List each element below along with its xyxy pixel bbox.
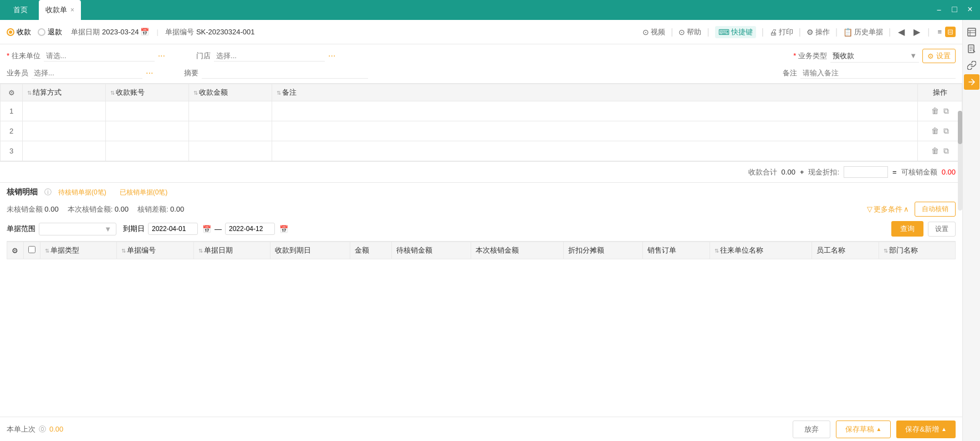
col-amount-header: 收款金额 [199,88,228,98]
video-btn[interactable]: ⊙ 视频 [642,27,665,37]
table-settings-icon[interactable]: ⚙ [8,89,15,97]
counterparty-more-icon[interactable]: ··· [158,51,165,61]
tab-bar: 首页 收款单 × － □ × [0,0,980,20]
tab-home[interactable]: 首页 [4,0,37,20]
row-account-1[interactable] [106,101,189,121]
window-controls: － □ × [933,4,976,16]
row-copy-3-icon[interactable]: ⧉ [943,146,949,156]
row-amount-1[interactable] [189,101,272,121]
sidebar-document-icon[interactable] [964,41,979,57]
row-delete-2-icon[interactable]: 🗑 [931,126,939,136]
sidebar-expand-icon[interactable] [964,74,979,90]
table-row: 3 🗑 ⧉ [1,141,962,161]
hx-info-icon[interactable]: ⓘ [44,187,52,197]
maximize-button[interactable]: □ [949,4,960,16]
date-value[interactable]: 2023-03-24 [102,28,139,36]
row-settlement-2[interactable] [23,121,106,141]
footer-right: 放弃 保存草稿 ▲ 保存&新增 ▲ [793,421,956,438]
toolbar: 收款 退款 单据日期 2023-03-24 📅 | 单据编号 SK-202303… [0,20,962,44]
verifiable-value: 0.00 [942,168,956,176]
tab-active[interactable]: 收款单 × [39,0,81,20]
row-amount-3[interactable] [189,141,272,161]
business-type-select[interactable]: 预收款 ▼ [830,50,919,63]
hx-header: 核销明细 ⓘ 待核销单据(0笔) 已核销单据(0笔) [7,187,956,197]
calendar-from-icon[interactable]: 📅 [202,225,211,233]
operation-btn[interactable]: ⚙ 操作 [807,27,830,37]
current-up-value: 0.00 [49,425,63,433]
nav-next-btn[interactable]: ▶ [912,27,922,37]
table-settings-2-icon[interactable]: ⚙ [12,247,18,255]
chevron-up-icon: ∧ [904,205,909,213]
receipt-type-group: 收款 退款 [7,27,62,37]
row-settlement-1[interactable] [23,101,106,121]
layout-grid-btn[interactable]: ⊟ [945,27,956,37]
row-settlement-3[interactable] [23,141,106,161]
calendar-to-icon[interactable]: 📅 [279,225,288,233]
layout-list-btn[interactable]: ≡ [935,27,944,37]
sidebar-table-icon[interactable] [964,24,979,40]
staff-input[interactable] [32,68,142,79]
row-copy-2-icon[interactable]: ⧉ [943,126,949,136]
counterparty-input[interactable] [44,50,155,61]
col-due-date-header: 收款到期日 [270,242,350,259]
row-account-3[interactable] [106,141,189,161]
scrollbar-track[interactable] [958,111,962,211]
minimize-button[interactable]: － [933,4,945,16]
nav-prev-btn[interactable]: ◀ [896,27,906,37]
tab-active-label: 收款单 [45,5,67,15]
hx-pending-tab[interactable]: 待核销单据(0笔) [58,188,106,197]
staff-more-icon[interactable]: ··· [146,68,153,78]
radio-refund[interactable]: 退款 [38,27,62,37]
row-amount-2[interactable] [189,121,272,141]
date-from-label: 到期日 [123,224,145,234]
query-button[interactable]: 查询 [891,221,923,237]
tab-close-icon[interactable]: × [70,6,74,14]
date-from-input[interactable] [148,223,198,235]
store-input[interactable] [214,50,325,61]
radio-receipt-dot [7,28,14,36]
settings-button[interactable]: ⚙ 设置 [922,49,956,63]
calendar-icon[interactable]: 📅 [140,28,149,36]
discount-input[interactable] [844,166,888,178]
note-label: 备注 [783,68,797,78]
close-button[interactable]: × [964,4,976,16]
save-draft-button[interactable]: 保存草稿 ▲ [836,421,891,438]
row-note-3[interactable] [272,141,918,161]
summary-input[interactable] [202,68,368,79]
more-conditions-btn[interactable]: ▽ 更多条件 ∧ [867,204,909,214]
auto-hx-button[interactable]: 自动核销 [915,202,956,217]
range-arrow-icon: ▼ [104,225,111,233]
current-hx-label: 本次核销金额: 0.00 [68,204,129,214]
row-note-1[interactable] [272,101,918,121]
plus-sign: + [800,168,804,176]
row-copy-1-icon[interactable]: ⧉ [943,106,949,116]
store-more-icon[interactable]: ··· [328,51,335,61]
row-num-3: 3 [1,141,23,161]
scrollbar-thumb[interactable] [958,111,962,144]
select-all-checkbox[interactable] [28,246,35,253]
note-input[interactable] [800,68,956,79]
filter-icon: ▽ [867,205,872,213]
col-doc-date-header: ⇅ 单据日期 [193,242,270,259]
radio-receipt[interactable]: 收款 [7,27,31,37]
print-btn[interactable]: 🖨 打印 [769,27,793,37]
range-select[interactable]: ▼ [39,223,116,235]
help-btn[interactable]: ⊙ 帮助 [678,27,701,37]
date-to-input[interactable] [225,223,275,235]
col-sales-order-header: 销售订单 [643,242,710,259]
row-delete-3-icon[interactable]: 🗑 [931,146,939,156]
row-account-2[interactable] [106,121,189,141]
discard-button[interactable]: 放弃 [793,421,830,438]
row-note-2[interactable] [272,121,918,141]
current-up-info-icon[interactable]: ⓪ [39,424,46,434]
store-label: 门店 [196,51,211,61]
sidebar-link-icon[interactable] [964,58,979,73]
history-btn[interactable]: 📋 历史单据 [843,27,883,37]
counterparty-label: 往来单位 [7,51,40,61]
hx-done-tab[interactable]: 已核销单据(0笔) [120,188,168,197]
diff-label: 核销差额: 0.00 [137,204,184,214]
row-delete-1-icon[interactable]: 🗑 [931,106,939,116]
shortcut-btn[interactable]: ⌨ 快捷键 [715,26,756,38]
save-new-button[interactable]: 保存&新增 ▲ [896,421,956,438]
hx-settings-button[interactable]: 设置 [928,222,956,237]
